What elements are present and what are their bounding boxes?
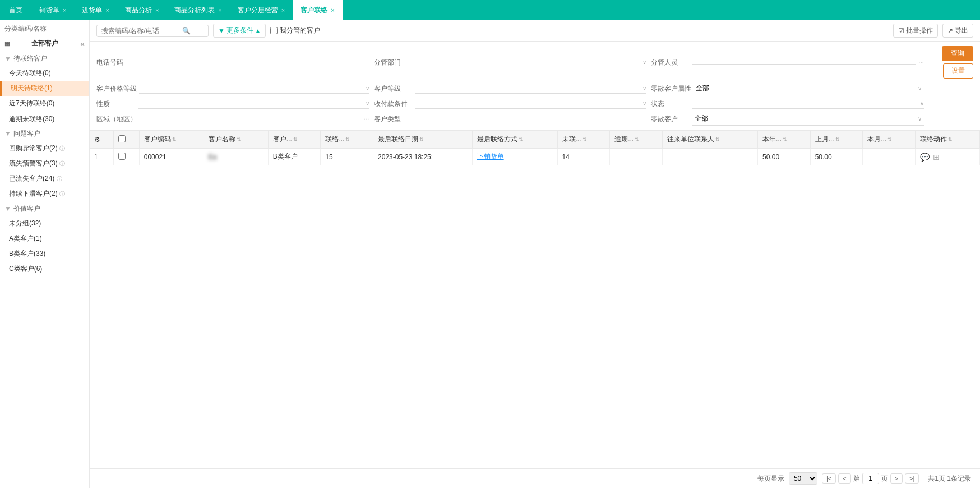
nav-tab-1[interactable]: 进货单× <box>74 0 117 20</box>
sidebar-item-2-2[interactable]: B类客户(33) <box>0 246 89 261</box>
sidebar-group-title-1[interactable]: ▼问题客户 <box>0 127 89 141</box>
nav-home[interactable]: 首页 <box>0 0 31 20</box>
page-input[interactable] <box>862 473 879 484</box>
nav-tab-4[interactable]: 客户分层经营× <box>230 0 293 20</box>
sidebar-item-0-0[interactable]: 今天待联络(0) <box>0 66 89 81</box>
toolbar-right: ☑ 批量操作 ↗ 导出 <box>893 24 973 38</box>
col-header-this_year: 本年...⇅ <box>758 131 811 149</box>
sort-icon-contact[interactable]: ⇅ <box>345 137 350 142</box>
last-page-button[interactable]: >| <box>905 473 919 484</box>
sort-icon-name[interactable]: ⇅ <box>237 137 241 142</box>
sidebar-item-1-3[interactable]: 持续下滑客户(2) ⓘ <box>0 186 89 201</box>
filter-cust-level-select[interactable]: ∨ <box>415 84 647 94</box>
query-button[interactable]: 查询 <box>942 46 973 61</box>
search-input[interactable] <box>101 27 180 35</box>
more-filter-button[interactable]: ▼ 更多条件 ▲ <box>213 24 266 38</box>
sidebar-item-2-0[interactable]: 未分组(32) <box>0 216 89 231</box>
sidebar-item-2-3[interactable]: C类客户(6) <box>0 261 89 277</box>
export-button[interactable]: ↗ 导出 <box>942 24 973 38</box>
next-page-button[interactable]: > <box>890 473 903 484</box>
row-checkbox-0[interactable] <box>118 153 126 160</box>
per-page-select[interactable]: 50 100 <box>789 472 817 485</box>
close-tab-icon-1[interactable]: × <box>105 0 109 20</box>
close-tab-icon-0[interactable]: × <box>63 0 66 20</box>
sort-icon-code[interactable]: ⇅ <box>172 137 177 142</box>
last-method-link[interactable]: 下销货单 <box>477 153 504 160</box>
col-label-unit_contact: 往来单位联系人 <box>667 135 714 144</box>
filter-row-3: 性质 ∨ 收付款条件 ∨ 状态 <box>96 99 973 109</box>
dots-icon[interactable]: ··· <box>918 58 924 66</box>
nav-tab-2[interactable]: 商品分析× <box>117 0 167 20</box>
footer: 每页显示 50 100 |< < 第 页 > >| 共1页 1条记录 <box>90 468 980 488</box>
settings-button[interactable]: 设置 <box>943 63 973 79</box>
filter-dept-select[interactable]: ∨ <box>415 57 647 67</box>
sort-icon-type[interactable]: ⇅ <box>293 137 298 142</box>
filter-nature-select[interactable]: ∨ <box>138 99 369 109</box>
filter-status-select[interactable]: ∨ <box>692 99 924 109</box>
search-icon[interactable]: 🔍 <box>182 27 191 35</box>
info-icon: ⓘ <box>57 176 62 182</box>
my-customers-checkbox[interactable] <box>270 27 278 34</box>
grid-action-icon[interactable]: ⊞ <box>933 153 940 162</box>
select-all-checkbox[interactable] <box>118 135 126 142</box>
col-header-type: 客户...⇅ <box>268 131 321 149</box>
prev-page-button[interactable]: < <box>838 473 850 484</box>
nav-tab-label-2: 商品分析 <box>125 0 152 20</box>
sidebar-group-title-0[interactable]: ▼待联络客户 <box>0 52 89 66</box>
first-page-button[interactable]: |< <box>822 473 836 484</box>
filter-retail-cust-select[interactable]: 全部 ∨ <box>692 112 924 126</box>
sidebar-item-0-1[interactable]: 明天待联络(1) <box>0 81 89 96</box>
total-label: 共1页 1条记录 <box>928 474 971 484</box>
nav-tab-5[interactable]: 客户联络× <box>293 0 342 20</box>
batch-op-icon: ☑ <box>898 27 904 35</box>
sort-icon-no_contact[interactable]: ⇅ <box>583 137 587 142</box>
col-header-this_month: 本月...⇅ <box>863 131 916 149</box>
sidebar-item-2-1[interactable]: A类客户(1) <box>0 231 89 246</box>
close-tab-icon-5[interactable]: × <box>331 0 334 20</box>
sidebar-item-0-2[interactable]: 近7天待联络(0) <box>0 96 89 111</box>
nav-tab-label-1: 进货单 <box>82 0 102 20</box>
close-tab-icon-2[interactable]: × <box>155 0 159 20</box>
close-tab-icon-4[interactable]: × <box>281 0 285 20</box>
sidebar-item-1-1[interactable]: 流失预警客户(3) ⓘ <box>0 156 89 171</box>
sort-icon-last_date[interactable]: ⇅ <box>419 137 424 142</box>
settings-col-icon[interactable]: ⚙ <box>94 136 100 144</box>
sidebar-search-input[interactable] <box>4 25 89 33</box>
sidebar-item-1-0[interactable]: 回购异常客户(2) ⓘ <box>0 141 89 156</box>
filter-cust-type-label: 客户类型 <box>374 114 413 124</box>
filter-retail-attr-select[interactable]: 全部 ∨ <box>694 82 924 95</box>
region-dots-icon[interactable]: ··· <box>364 115 369 123</box>
toolbar-search-box: 🔍 <box>96 25 209 37</box>
batch-op-button[interactable]: ☑ 批量操作 <box>893 24 938 38</box>
my-customers-checkbox-wrap[interactable]: 我分管的客户 <box>270 26 320 35</box>
filter-dept-label: 分管部门 <box>374 58 413 67</box>
sort-icon-last_method[interactable]: ⇅ <box>519 137 523 142</box>
close-tab-icon-3[interactable]: × <box>218 0 221 20</box>
filter-payment-select[interactable]: ∨ <box>415 99 647 109</box>
sort-icon-action[interactable]: ⇅ <box>948 137 953 142</box>
cell-unit_contact <box>662 149 757 165</box>
batch-op-label: 批量操作 <box>906 26 933 35</box>
filter-price-level: 客户价格等级 ∨ <box>96 84 369 94</box>
sidebar-group-title-2[interactable]: ▼价值客户 <box>0 202 89 216</box>
filter-price-select[interactable]: ∨ <box>139 84 369 94</box>
info-icon: ⓘ <box>59 191 65 197</box>
export-icon: ↗ <box>947 27 953 35</box>
sidebar-item-1-2[interactable]: 已流失客户(24) ⓘ <box>0 171 89 186</box>
col-header-unit_contact: 往来单位联系人⇅ <box>662 131 757 149</box>
nav-tab-3[interactable]: 商品分析列表× <box>167 0 229 20</box>
sidebar-all-customers[interactable]: ▦ 全部客户 « <box>0 35 89 52</box>
sidebar-item-0-3[interactable]: 逾期未联络(30) <box>0 112 89 127</box>
cell-contact: 15 <box>321 149 373 165</box>
sort-icon-last_month[interactable]: ⇅ <box>835 137 840 142</box>
sort-icon-overdue[interactable]: ⇅ <box>635 137 639 142</box>
sort-icon-unit_contact[interactable]: ⇅ <box>715 137 720 142</box>
col-label-last_method: 最后联络方式 <box>477 135 517 144</box>
filter-cust-type-input[interactable] <box>415 113 647 125</box>
cell-this_month <box>863 149 916 165</box>
nav-tab-0[interactable]: 销货单× <box>31 0 74 20</box>
sort-icon-this_year[interactable]: ⇅ <box>783 137 787 142</box>
sort-icon-this_month[interactable]: ⇅ <box>887 137 892 142</box>
chat-action-icon[interactable]: 💬 <box>920 153 930 162</box>
filter-phone-input[interactable] <box>138 57 369 68</box>
